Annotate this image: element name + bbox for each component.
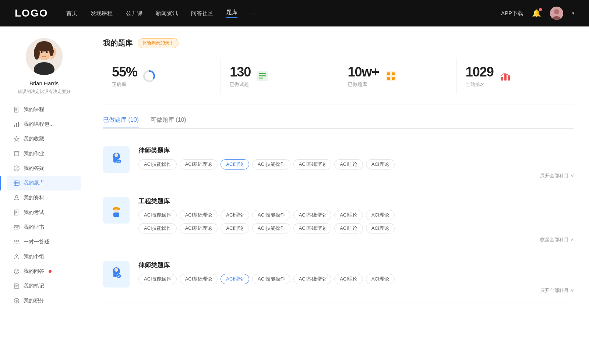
- expand-link-1[interactable]: 收起全部科目 ∧: [138, 236, 574, 243]
- expand-link-0[interactable]: 展开全部科目 ∨: [138, 172, 574, 179]
- svg-rect-55: [392, 72, 395, 75]
- nav-qbank[interactable]: 题库: [226, 9, 237, 18]
- qbank-tag-1-0[interactable]: ACI技能操作: [138, 210, 177, 220]
- svg-rect-52: [259, 78, 263, 79]
- qbank-item-1: 工程类题库 ACI技能操作 ACI基础理论 ACI理论 ACI技能操作 ACI基…: [103, 188, 574, 252]
- sidebar-item-notes[interactable]: 我的笔记: [7, 279, 81, 293]
- qbank-tag-0-4[interactable]: ACI基础理论: [293, 159, 332, 169]
- question-icon: ?: [13, 165, 20, 172]
- qbank-tag-0-1[interactable]: ACI基础理论: [180, 159, 218, 169]
- svg-rect-16: [16, 123, 17, 127]
- qbank-tag-1-2[interactable]: ACI理论: [221, 210, 249, 220]
- expand-link-2[interactable]: 展开全部科目 ∨: [138, 287, 574, 294]
- svg-point-10: [46, 51, 47, 53]
- user-dropdown-icon[interactable]: ▾: [572, 11, 574, 16]
- sidebar-item-homework[interactable]: 我的作业: [7, 146, 81, 161]
- qbank-tag-1-r2-4[interactable]: ACI基础理论: [293, 223, 332, 233]
- qbank-tag-1-3[interactable]: ACI技能操作: [252, 210, 290, 220]
- svg-text:?: ?: [16, 167, 18, 171]
- sidebar-motto: 错误的决定比没有决定要好: [10, 89, 78, 95]
- svg-point-34: [15, 226, 17, 228]
- qbank-tag-0-0[interactable]: ACI技能操作: [138, 159, 177, 169]
- svg-point-62: [114, 153, 118, 157]
- qbank-tag-2-2[interactable]: ACI理论: [221, 274, 249, 284]
- svg-text:积: 积: [15, 299, 19, 303]
- qbank-item-0: 律师类题库 ACI技能操作 ACI基础理论 ACI理论 ACI技能操作 ACI基…: [103, 138, 574, 188]
- myqa-icon: ?: [13, 268, 20, 275]
- qbank-tag-2-0[interactable]: ACI技能操作: [138, 274, 177, 284]
- tabs-row: 已做题库 (10) 可做题库 (10): [103, 116, 574, 129]
- sidebar-label-cert: 我的证书: [24, 224, 44, 231]
- svg-point-37: [15, 240, 17, 242]
- qbank-tag-2-4[interactable]: ACI基础理论: [293, 274, 332, 284]
- nav-news[interactable]: 新闻资讯: [156, 10, 178, 17]
- stat-done-questions-label: 已做试题: [230, 81, 251, 88]
- sidebar-label-exam: 我的考试: [24, 209, 44, 216]
- svg-point-28: [15, 196, 18, 198]
- qbank-tag-0-2[interactable]: ACI理论: [221, 159, 249, 169]
- qbank-tag-1-r2-6[interactable]: ACI理论: [366, 223, 395, 233]
- sidebar-item-answers[interactable]: ? 我的答疑: [7, 161, 81, 176]
- qbank-tag-1-6[interactable]: ACI理论: [366, 210, 395, 220]
- qbank-tag-1-r2-2[interactable]: ACI理论: [221, 223, 249, 233]
- qbank-tag-0-6[interactable]: ACI理论: [366, 159, 395, 169]
- user-avatar[interactable]: [550, 7, 563, 20]
- qbank-tag-2-1[interactable]: ACI基础理论: [180, 274, 218, 284]
- qbank-tag-1-r2-1[interactable]: ACI基础理论: [180, 223, 218, 233]
- svg-rect-24: [14, 181, 19, 185]
- qbank-tag-0-5[interactable]: ACI理论: [334, 159, 363, 169]
- nav-more[interactable]: ···: [251, 10, 255, 17]
- nav-open-course[interactable]: 公开课: [126, 10, 142, 17]
- svg-point-1: [554, 9, 559, 14]
- app-download-button[interactable]: APP下载: [501, 10, 523, 17]
- sidebar-label-notes: 我的笔记: [24, 283, 44, 289]
- qbank-tag-2-6[interactable]: ACI理论: [366, 274, 395, 284]
- qbank-tags-row1-1: ACI技能操作 ACI基础理论 ACI理论 ACI技能操作 ACI基础理论 AC…: [138, 210, 574, 220]
- sidebar-label-answers: 我的答疑: [24, 165, 44, 172]
- sidebar: Brian Harris 错误的决定比没有决定要好 我的课程: [0, 26, 88, 364]
- qbank-tag-1-r2-0[interactable]: ACI技能操作: [138, 223, 177, 233]
- bar-chart-icon: [499, 69, 512, 83]
- sidebar-item-favorites[interactable]: 我的收藏: [7, 132, 81, 146]
- qbank-tag-1-r2-5[interactable]: ACI理论: [334, 223, 363, 233]
- sidebar-item-exam[interactable]: 我的考试: [7, 205, 81, 220]
- stat-done-banks-label: 已做题库: [348, 81, 379, 88]
- qbank-tag-2-5[interactable]: ACI理论: [334, 274, 363, 284]
- sidebar-avatar: [26, 38, 63, 75]
- qbank-body-0: 律师类题库 ACI技能操作 ACI基础理论 ACI理论 ACI技能操作 ACI基…: [138, 146, 574, 179]
- svg-point-8: [49, 46, 54, 56]
- tab-done[interactable]: 已做题库 (10): [103, 116, 139, 128]
- sidebar-item-oneonone[interactable]: 一对一答疑: [7, 235, 81, 249]
- qbank-tag-1-5[interactable]: ACI理论: [334, 210, 363, 220]
- sidebar-item-profile[interactable]: 我的资料: [7, 190, 81, 205]
- sidebar-item-course-package[interactable]: 我的课程包...: [7, 117, 81, 132]
- qbank-title-0: 律师类题库: [138, 146, 574, 155]
- group-icon: [13, 253, 20, 260]
- sidebar-item-qbank[interactable]: 我的题库: [7, 176, 81, 190]
- nav-home[interactable]: 首页: [66, 10, 77, 17]
- sidebar-item-my-course[interactable]: 我的课程: [7, 102, 81, 117]
- qbank-tag-1-r2-3[interactable]: ACI技能操作: [252, 223, 290, 233]
- sidebar-item-points[interactable]: 积 我的积分: [7, 293, 81, 308]
- nav-discover[interactable]: 发现课程: [91, 10, 113, 17]
- qbank-item-2: 律师类题库 ACI技能操作 ACI基础理论 ACI理论 ACI技能操作 ACI基…: [103, 252, 574, 303]
- svg-rect-56: [387, 77, 390, 80]
- sidebar-item-myqa[interactable]: ? 我的问答: [7, 264, 81, 279]
- trial-badge: 体验剩余23天！: [138, 38, 179, 48]
- qbank-tag-2-3[interactable]: ACI技能操作: [252, 274, 290, 284]
- page-title: 我的题库: [103, 38, 133, 48]
- qbank-tag-0-3[interactable]: ACI技能操作: [252, 159, 290, 169]
- qbank-tag-1-4[interactable]: ACI基础理论: [293, 210, 332, 220]
- qbank-tag-1-1[interactable]: ACI基础理论: [180, 210, 218, 220]
- svg-rect-58: [501, 77, 503, 81]
- sidebar-item-group[interactable]: 我的小组: [7, 249, 81, 264]
- svg-rect-60: [508, 75, 510, 81]
- tab-available[interactable]: 可做题库 (10): [151, 116, 186, 128]
- svg-rect-53: [386, 71, 396, 81]
- svg-text:?: ?: [16, 270, 18, 274]
- sidebar-item-cert[interactable]: 我的证书: [7, 220, 81, 235]
- qbank-tags-2: ACI技能操作 ACI基础理论 ACI理论 ACI技能操作 ACI基础理论 AC…: [138, 274, 574, 284]
- nav-qa[interactable]: 问答社区: [191, 10, 213, 17]
- qbank-icon-lawyer-0: [103, 146, 130, 173]
- notification-bell[interactable]: 🔔: [532, 9, 541, 18]
